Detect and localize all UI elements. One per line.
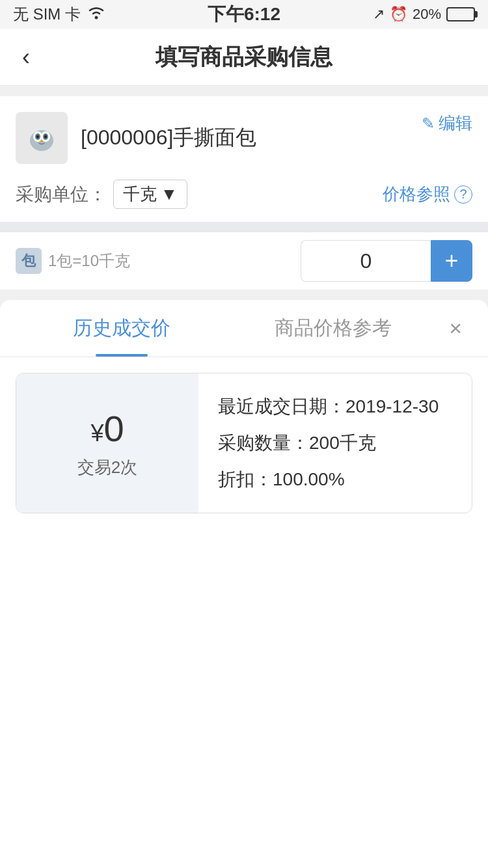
svg-point-6 (36, 135, 39, 139)
product-name: [0000006]手撕面包 (81, 124, 256, 152)
recent-date-label: 最近成交日期： (218, 396, 346, 416)
edit-button[interactable]: ✎ 编辑 (422, 112, 472, 135)
unit-label: 采购单位： (16, 182, 107, 207)
status-time: 下午6:12 (208, 2, 280, 27)
tab-bar: 历史成交价 商品价格参考 × (0, 300, 488, 357)
help-icon: ? (454, 185, 472, 204)
recent-date-row: 最近成交日期：2019-12-30 (218, 393, 452, 420)
edit-icon: ✎ (422, 115, 435, 133)
currency-symbol: ¥ (90, 420, 103, 446)
product-header: [0000006]手撕面包 ✎ 编辑 (16, 112, 472, 164)
quantity-row: 包 1包=10千克 + (0, 232, 488, 290)
section-divider (0, 222, 488, 232)
tab-price-ref-label: 商品价格参考 (275, 315, 392, 342)
price-amount: 0 (103, 408, 124, 449)
price-ref-label: 价格参照 (383, 183, 450, 206)
purchase-qty-label: 采购数量： (218, 433, 309, 453)
battery-icon (446, 7, 475, 21)
svg-point-7 (44, 135, 47, 139)
tab-section: 历史成交价 商品价格参考 × ¥0 交易2次 最近成交日期：2019-12-30… (0, 300, 488, 529)
nav-bar: ‹ 填写商品采购信息 (0, 29, 488, 86)
unit-value: 千克 (123, 183, 157, 206)
tab-history-price[interactable]: 历史成交价 (16, 300, 227, 357)
product-thumbnail (16, 112, 68, 164)
price-display: ¥0 (90, 407, 124, 450)
trade-count: 交易2次 (77, 456, 137, 479)
price-card: ¥0 交易2次 最近成交日期：2019-12-30 采购数量：200千克 折扣：… (16, 373, 472, 513)
price-card-container: ¥0 交易2次 最近成交日期：2019-12-30 采购数量：200千克 折扣：… (0, 357, 488, 529)
recent-date-value: 2019-12-30 (346, 396, 439, 416)
purchase-qty-value: 200千克 (309, 433, 376, 453)
status-right: ↗ ⏰ 20% (373, 6, 475, 23)
package-icon: 包 (16, 248, 42, 274)
price-ref-button[interactable]: 价格参照 ? (383, 183, 472, 206)
battery-pct: 20% (413, 6, 441, 23)
discount-value: 100.00% (273, 469, 345, 489)
quantity-label: 包 1包=10千克 (16, 248, 130, 274)
status-bar: 无 SIM 卡 下午6:12 ↗ ⏰ 20% (0, 0, 488, 29)
alarm-icon: ⏰ (390, 6, 407, 23)
edit-label: 编辑 (439, 112, 472, 135)
tab-close-button[interactable]: × (439, 309, 472, 347)
discount-row: 折扣：100.00% (218, 466, 452, 493)
discount-label: 折扣： (218, 469, 273, 489)
product-unit-row: 采购单位： 千克 ▼ 价格参照 ? (16, 180, 472, 209)
carrier-text: 无 SIM 卡 (13, 4, 81, 25)
bottom-area (0, 529, 488, 868)
quantity-sublabel: 1包=10千克 (48, 251, 130, 271)
quantity-input[interactable] (301, 240, 431, 282)
svg-point-0 (95, 16, 98, 20)
back-button[interactable]: ‹ (16, 37, 36, 77)
dropdown-arrow-icon: ▼ (161, 184, 178, 204)
product-section: [0000006]手撕面包 ✎ 编辑 采购单位： 千克 ▼ 价格参照 ? (0, 96, 488, 222)
price-card-left: ¥0 交易2次 (16, 373, 198, 513)
price-card-right: 最近成交日期：2019-12-30 采购数量：200千克 折扣：100.00% (198, 373, 472, 513)
unit-dropdown[interactable]: 千克 ▼ (113, 180, 187, 209)
tab-price-ref[interactable]: 商品价格参考 (227, 300, 439, 357)
status-left: 无 SIM 卡 (13, 4, 105, 25)
product-left: [0000006]手撕面包 (16, 112, 256, 164)
tab-history-price-label: 历史成交价 (73, 315, 170, 342)
quantity-input-group: + (301, 240, 472, 282)
location-icon: ↗ (373, 6, 385, 23)
page-title: 填写商品采购信息 (156, 42, 332, 72)
quantity-plus-button[interactable]: + (431, 240, 472, 282)
wifi-icon (87, 5, 105, 23)
purchase-qty-row: 采购数量：200千克 (218, 429, 452, 457)
